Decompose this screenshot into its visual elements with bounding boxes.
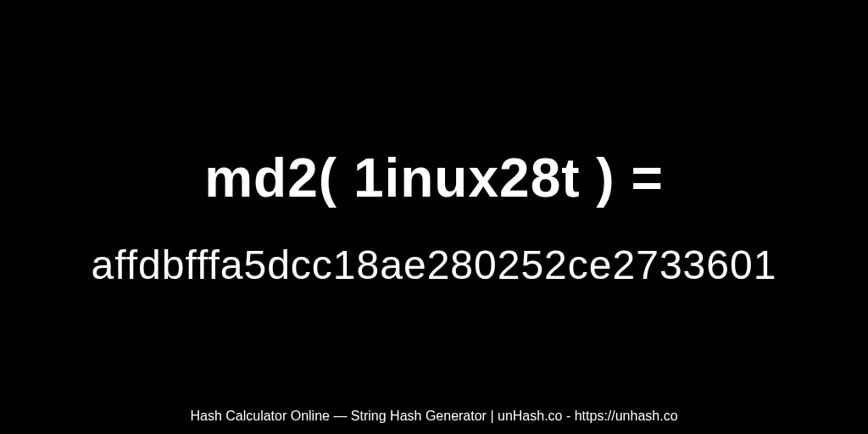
hash-display: md2( 1inux28t ) = affdbfffa5dcc18ae28025… [92,0,777,434]
hash-equation: md2( 1inux28t ) = [204,147,664,209]
hash-result: affdbfffa5dcc18ae280252ce2733601 [92,242,777,288]
footer-attribution: Hash Calculator Online — String Hash Gen… [0,409,868,424]
